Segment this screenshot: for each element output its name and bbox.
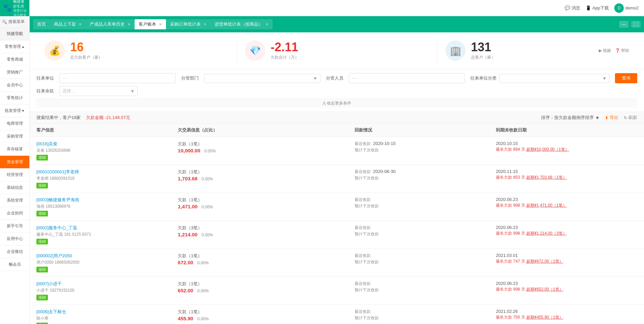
filter-select-balance[interactable]: 选择... ▼ [59, 86, 138, 96]
tag-cash-5: 现销 [36, 295, 48, 300]
sidebar-item-finance[interactable]: 资金管理 [0, 156, 29, 169]
sidebar-item-ecom[interactable]: 电商管理 [0, 117, 29, 130]
overdue-link-4[interactable]: 超期¥672.00（1笔） [526, 259, 563, 264]
filter-input-unit[interactable]: ··· [59, 73, 176, 83]
message-btn[interactable]: 💬 消息 [565, 5, 580, 11]
close-icon[interactable]: ✕ [159, 22, 162, 27]
customer-name-link-1[interactable]: [00010200001]李老师 [36, 169, 79, 174]
sidebar-item-batch-mgmt[interactable]: 批发管理 ▼ [0, 105, 29, 117]
debt-pct-0: 0.00% [204, 149, 216, 153]
debt-amount-2: 1,471.00 [178, 204, 197, 209]
customers-icon: 💰 [45, 40, 65, 61]
sidebar-item-nav[interactable]: 快捷导航 [0, 28, 29, 40]
minimize-btn[interactable]: — [619, 21, 628, 28]
app-label: App下载 [592, 5, 609, 11]
sidebar-item-basic[interactable]: 基础信息 [0, 181, 29, 194]
debt-count-4: 欠款（1笔） [178, 253, 355, 259]
summary-card-amount: 💎 -2.11 欠款合计（万） [237, 38, 437, 63]
overdue-link-5[interactable]: 超期¥652.00（1笔） [526, 287, 563, 292]
user-menu[interactable]: D demo2 [614, 3, 639, 13]
sidebar-item-inventory[interactable]: 库存核算 [0, 143, 29, 156]
sidebar-item-newguide[interactable]: 新手引导 [0, 220, 29, 233]
sidebar-item-vip[interactable]: 畅会员 [0, 258, 29, 271]
total-debt-amount-label: 欠款合计（万） [271, 55, 299, 60]
export-btn[interactable]: ⬆ 导出 [605, 115, 618, 121]
tab-customer-account[interactable]: 客户账本 ✕ [135, 19, 166, 29]
sidebar-item-appcenter[interactable]: 应用中心 [0, 233, 29, 245]
customer-info-3: [0002]服务中心_丁磊 服务中心_丁磊 181 0125 8371 现销 [36, 225, 178, 244]
overdue-link-1[interactable]: 超期¥1,703.68（1笔） [526, 175, 567, 180]
sidebar-item-retail-stats[interactable]: 零售统计 [0, 92, 29, 105]
customer-name-link-4[interactable]: [000002]用户2050 [36, 253, 72, 258]
summary-card-total: 🏢 131 总客户（家） ▶ 视频 ❓ 帮助 [437, 38, 637, 63]
debt-pct-6: 0.00% [197, 317, 209, 321]
close-icon[interactable]: ✕ [203, 22, 206, 27]
filter-select-dept[interactable]: ▼ [204, 74, 320, 83]
sidebar-item-retail-mall[interactable]: 零售商城 [0, 53, 29, 66]
customer-name-link-3[interactable]: [0002]服务中心_丁磊 [36, 225, 77, 230]
customer-name-link-6[interactable]: [0006]去下粮仓 [36, 309, 66, 314]
tab-purchase-product-stats[interactable]: 进货单统计表（按商品） ✕ [211, 19, 273, 29]
sidebar-item-corp[interactable]: 企业协同 [0, 207, 29, 220]
tab-purchase-stats[interactable]: 采购订单统计表 ✕ [166, 19, 211, 29]
customer-info-4: [000002]用户2050 用户2050 18665062050 现销 [36, 253, 178, 272]
close-icon[interactable]: ✕ [79, 22, 82, 27]
refresh-btn[interactable]: ↻ 刷新 [624, 115, 637, 121]
sidebar-label-retail-mgmt: 零售管理 [5, 44, 21, 50]
query-button[interactable]: 查询 [615, 73, 637, 83]
app-download-btn[interactable]: 📱 App下载 [586, 5, 609, 11]
customer-phone-0: 吴俊 13026203696 [36, 148, 178, 153]
overdue-link-6[interactable]: 超期¥455.90（1笔） [526, 315, 563, 320]
sidebar-item-corpwechat[interactable]: 企业微信 [0, 245, 29, 258]
phone-icon: 📱 [586, 5, 591, 10]
return-info-2: 最近收款 预计下次收款 [355, 197, 496, 210]
customer-name-link-0[interactable]: [0016]吴俊 [36, 141, 57, 146]
results-amount: 欠款金额 -21,148.07元 [86, 115, 130, 120]
message-icon: 💬 [565, 5, 570, 10]
sidebar-item-sys[interactable]: 系统管理 [0, 194, 29, 207]
maximize-btn[interactable]: ⛶ [631, 21, 641, 28]
header-debt: 欠交易信息（占比） [178, 127, 355, 133]
help-btn[interactable]: ❓ 帮助 [615, 48, 629, 54]
overdue-link-3[interactable]: 超期¥1,214.00（3笔） [526, 231, 567, 236]
filter-label-balance: 往来余款 [36, 88, 57, 94]
chevron-icon-batch: ▼ [22, 109, 25, 113]
search-label: 搜索菜单 [8, 19, 25, 25]
table-row: [0002]服务中心_丁磊 服务中心_丁磊 181 0125 8371 现销 欠… [30, 221, 644, 249]
total-debt-customers: 16 [70, 41, 103, 53]
overdue-link-2[interactable]: 超期¥1,471.00（1笔） [526, 203, 567, 208]
debt-info-6: 欠款（1笔） 455.90 0.00% [178, 309, 355, 321]
sidebar-search[interactable]: 🔍 搜索菜单 [0, 16, 29, 28]
sort-select[interactable]: 排序：按欠款金额倒序排序 ▼ [541, 115, 599, 121]
sidebar-item-retail-mgmt[interactable]: 零售管理 ▲ [0, 40, 29, 53]
tab-product-listing[interactable]: 商品上下架 ✕ [50, 19, 86, 29]
customer-name-link-5[interactable]: [0007]小进干 [36, 281, 62, 286]
tab-home[interactable]: 首页 [33, 19, 50, 29]
close-icon[interactable]: ✕ [265, 22, 269, 27]
due-date-6: 2021.02.26 [496, 309, 637, 314]
sidebar-item-member[interactable]: 会员中心 [0, 79, 29, 92]
customer-phone-5: 小进干 18279152100 [36, 288, 178, 293]
customer-phone-1: 李老师 18600391516 [36, 176, 178, 181]
header-return: 回款情况 [355, 127, 496, 133]
close-icon[interactable]: ✕ [128, 22, 131, 27]
collapse-bar[interactable]: ⋀ 收起更多条件 [36, 99, 637, 108]
debt-amount-5: 652.00 [178, 288, 193, 293]
customer-name-link-2[interactable]: [0003]畅捷服务尹海燕 [36, 197, 79, 202]
filter-select-category[interactable]: ▼ [499, 74, 610, 83]
table-row: [000002]用户2050 用户2050 18665062050 现销 欠款（… [30, 249, 644, 277]
sidebar-item-ops[interactable]: 经营管理 [0, 169, 29, 181]
filter-input-person[interactable]: ··· [349, 73, 465, 83]
overdue-link-0[interactable]: 超期¥10,000.00（1笔） [526, 147, 569, 152]
debt-amount-4: 672.00 [178, 260, 193, 265]
sidebar-item-purchase[interactable]: 采购管理 [0, 130, 29, 143]
sidebar-item-marketing[interactable]: 营销推广 [0, 66, 29, 79]
debt-pct-3: 0.00% [201, 233, 213, 237]
customer-info-0: [0016]吴俊 吴俊 13026203696 现销 [36, 141, 178, 160]
overdue-5: 最长欠款 998 天 超期¥652.00（1笔） [496, 287, 637, 292]
filter-field-category: 往来单位分类 ▼ [470, 74, 610, 83]
page-wrapper: 💬 消息 📱 App下载 D demo2 首页 商品上下架 ✕ 产成品入库单历史… [30, 0, 644, 324]
video-btn[interactable]: ▶ 视频 [599, 48, 611, 54]
tab-product-history[interactable]: 产成品入库单历史 ✕ [86, 19, 135, 29]
debt-info-5: 欠款（1笔） 652.00 0.00% [178, 281, 355, 293]
